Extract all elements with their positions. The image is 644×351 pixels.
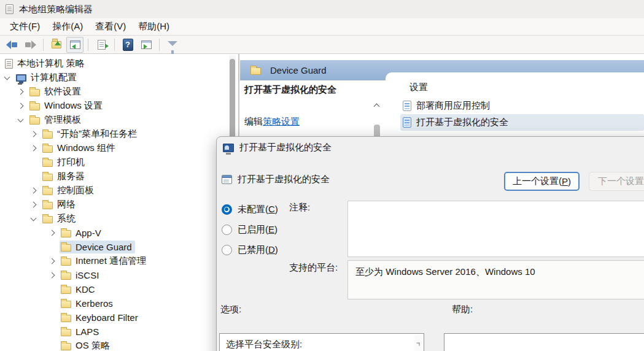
tree-item[interactable]: 软件设置	[0, 85, 238, 99]
tree-item-label: 服务器	[57, 171, 85, 182]
tree-item-label: Internet 通信管理	[76, 255, 146, 267]
radio-label: 未配置(C)	[238, 204, 278, 215]
chevron-right-icon[interactable]	[30, 188, 41, 193]
folder-header-title: Device Guard	[270, 65, 327, 75]
chevron-right-icon[interactable]	[48, 259, 60, 263]
next-label-pre: 下一个设置(	[598, 176, 644, 187]
export-list-icon	[98, 40, 106, 50]
radio-circle-icon	[222, 245, 232, 255]
chevron-down-icon[interactable]	[17, 119, 28, 122]
settings-item[interactable]: 部署商用应用控制	[400, 98, 644, 114]
comment-label: 注释:	[289, 202, 310, 214]
toolbar	[0, 36, 644, 54]
toolbar-filter-button[interactable]	[164, 37, 181, 53]
edit-policy-setting-link[interactable]: 策略设置	[263, 116, 300, 126]
folder-icon	[61, 301, 71, 308]
folder-icon	[61, 244, 71, 252]
chevron-down-icon[interactable]	[30, 218, 41, 220]
next-setting-button[interactable]: 下一个设置(N)	[589, 172, 644, 191]
options-box: 选择平台安全级别:	[219, 333, 424, 351]
supported-on-label: 支持的平台:	[289, 262, 338, 274]
chevron-right-icon[interactable]	[48, 273, 60, 277]
tree-item-label: OS 策略	[76, 340, 110, 351]
window-titlebar: 本地组策略编辑器	[0, 0, 644, 18]
toolbar-show-console-tree-button[interactable]	[66, 37, 83, 53]
tree-item[interactable]: 服务器	[0, 169, 238, 183]
gpedit-window: { "window": { "title": "本地组策略编辑器" }, "me…	[0, 0, 644, 351]
tree-item[interactable]: 管理模板	[0, 113, 238, 127]
tree-item[interactable]: LAPS	[0, 325, 238, 339]
chevron-right-icon[interactable]	[48, 231, 60, 235]
folder-icon	[61, 258, 71, 266]
tree-item[interactable]: Keyboard Filter	[0, 310, 238, 325]
toolbar-export-list-button[interactable]	[93, 37, 110, 53]
prev-label-key: P	[562, 176, 568, 187]
help-box[interactable]	[444, 333, 644, 351]
menu-item-view[interactable]: 查看(V)	[89, 19, 132, 34]
chevron-right-icon[interactable]	[30, 202, 41, 207]
toolbar-separator	[114, 39, 115, 51]
menu-item-file[interactable]: 文件(F)	[4, 19, 46, 34]
folder-icon	[61, 272, 71, 280]
radio-label: 已启用(E)	[238, 224, 277, 236]
tree-item[interactable]: Windows 设置	[0, 99, 238, 113]
tree-item[interactable]: 计算机配置	[0, 71, 238, 85]
tree-item[interactable]: KDC	[0, 282, 238, 296]
console-tree-pane: 本地计算机 策略计算机配置软件设置Windows 设置管理模板“开始”菜单和任务…	[0, 54, 239, 351]
tree-item[interactable]: Internet 通信管理	[0, 254, 238, 268]
folder-icon	[61, 287, 71, 294]
prev-label-post: )	[568, 176, 571, 187]
tree-item[interactable]: Windows 组件	[0, 141, 238, 155]
toolbar-help-button[interactable]	[119, 37, 136, 53]
tree-item-label: 控制面板	[57, 185, 94, 196]
tree-item[interactable]: App-V	[0, 226, 238, 240]
scroll-icon	[5, 59, 13, 69]
folder-icon	[61, 343, 71, 350]
toolbar-back-button[interactable]	[3, 37, 20, 53]
tree-item[interactable]: iSCSI	[0, 268, 238, 282]
settings-item-label: 打开基于虚拟化的安全	[416, 117, 508, 128]
radio-not-configured[interactable]: 未配置(C)	[222, 202, 278, 216]
radio-label: 已禁用(D)	[238, 244, 278, 256]
menu-item-action[interactable]: 操作(A)	[46, 19, 89, 34]
filter-icon	[168, 41, 177, 46]
tree-item[interactable]: 系统	[0, 212, 238, 226]
folder-icon	[29, 103, 40, 110]
tree-item[interactable]: 网络	[0, 198, 238, 212]
window-title: 本地组策略编辑器	[19, 4, 93, 15]
toolbar-show-extended-tab-button[interactable]	[138, 37, 155, 53]
previous-setting-button[interactable]: 上一个设置(P)	[504, 172, 580, 191]
tree-item[interactable]: OS 策略	[0, 339, 238, 351]
show-console-tree-icon	[70, 40, 80, 49]
chevron-right-icon[interactable]	[30, 132, 41, 136]
folder-icon	[42, 174, 53, 181]
chevron-down-icon[interactable]	[4, 77, 15, 79]
menu-item-help[interactable]: 帮助(H)	[132, 19, 176, 34]
tree-item[interactable]: 控制面板	[0, 183, 238, 198]
tree-item[interactable]: Device Guard	[0, 240, 238, 254]
tree-item[interactable]: 本地计算机 策略	[0, 56, 238, 71]
edit-policy-line: 编辑策略设置	[244, 116, 300, 128]
toolbar-separator	[159, 39, 160, 51]
policy-setting-icon	[222, 175, 232, 184]
computer-icon	[16, 74, 26, 82]
radio-enabled[interactable]: 已启用(E)	[222, 223, 277, 236]
toolbar-up-one-level-button[interactable]	[48, 37, 65, 53]
dialog-title: 打开基于虚拟化的安全	[239, 142, 332, 153]
comment-textarea[interactable]	[347, 201, 644, 257]
chevron-right-icon[interactable]	[30, 146, 41, 150]
options-scrollbar[interactable]	[414, 335, 422, 351]
supported-on-value: 至少为 Windows Server 2016、Windows 10	[355, 266, 535, 277]
tree-item-label: KDC	[76, 284, 95, 295]
settings-item[interactable]: 打开基于虚拟化的安全	[400, 114, 644, 131]
tree-item[interactable]: “开始”菜单和任务栏	[0, 127, 238, 141]
scroll-up-icon[interactable]	[374, 104, 380, 110]
settings-item-label: 部署商用应用控制	[416, 100, 490, 112]
tree-item[interactable]: 打印机	[0, 155, 238, 169]
chevron-right-icon[interactable]	[17, 90, 28, 94]
scroll-up-icon[interactable]	[417, 343, 420, 346]
tree-item[interactable]: Kerberos	[0, 296, 238, 310]
chevron-right-icon[interactable]	[17, 104, 28, 108]
radio-disabled[interactable]: 已禁用(D)	[222, 243, 278, 256]
toolbar-forward-button[interactable]	[21, 37, 39, 53]
